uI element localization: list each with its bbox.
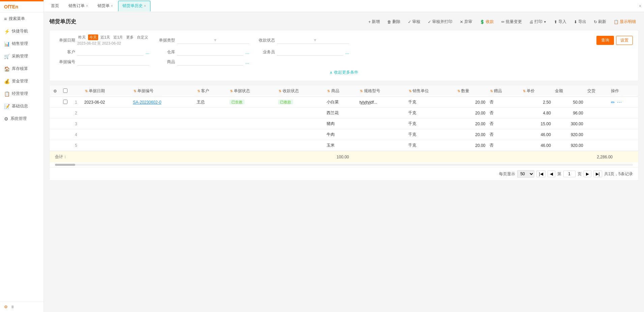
th-qty[interactable]: ⇅ 数量 <box>455 85 487 97</box>
batch-change-button[interactable]: ✏ 批量变更 <box>499 18 525 26</box>
td-check[interactable] <box>60 129 70 140</box>
th-doc-status[interactable]: ⇅ 单据状态 <box>227 85 276 97</box>
th-gift[interactable]: ⇅ 赠品 <box>487 85 520 97</box>
query-button[interactable]: 查询 <box>596 36 614 45</box>
refresh-button[interactable]: ↻ 刷新 <box>591 18 609 26</box>
goods-dots[interactable]: ... <box>245 59 249 65</box>
td-check[interactable] <box>60 140 70 151</box>
table-row: 3 猪肉 千克 20.00 否 15.00 300.00 <box>50 119 638 129</box>
doc-no-input[interactable] <box>77 58 149 66</box>
td-goods: 猪肉 <box>325 119 357 129</box>
goods-input[interactable] <box>177 58 243 66</box>
audit-print-label: 审核并打印 <box>432 19 452 25</box>
export-button[interactable]: ⬇ 导出 <box>571 18 589 26</box>
shortcut-last7[interactable]: 近1天 <box>100 34 111 40</box>
sidebar-item-label: 经营管理 <box>12 91 28 97</box>
shortcut-yesterday[interactable]: 昨天 <box>77 34 87 40</box>
audit-print-button[interactable]: ✓ 审核并打印 <box>425 18 455 26</box>
td-check[interactable] <box>60 119 70 129</box>
edit-icon[interactable]: ✏ <box>611 100 615 105</box>
row-checkbox[interactable] <box>63 100 67 104</box>
td-doc-status <box>227 129 276 140</box>
scrollbar-track[interactable] <box>55 164 633 166</box>
sidebar-item-sys-mgmt[interactable]: ⚙ 系统管理 <box>0 112 44 125</box>
per-page-select[interactable]: 50 100 200 <box>517 170 534 178</box>
collect-status-select[interactable]: ▼ <box>277 37 349 44</box>
warehouse-input[interactable] <box>177 49 243 56</box>
th-doc-no[interactable]: ⇅ 单据编号 <box>131 85 195 97</box>
delete-button[interactable]: 🗑 删除 <box>385 18 403 26</box>
sidebar-item-funds[interactable]: 💰 资金管理 <box>0 75 44 87</box>
tab-sales-history[interactable]: 销货单历史 × <box>118 1 150 11</box>
collapse-button[interactable]: ∧ 收起更多条件 <box>55 68 633 77</box>
sidebar-bottom-icon1[interactable]: ⚙ <box>4 305 8 309</box>
th-check[interactable] <box>60 85 70 97</box>
th-price[interactable]: ⇅ 单价 <box>520 85 553 97</box>
last-page-button[interactable]: ▶| <box>593 171 602 177</box>
tab-sales-goods-close[interactable]: × <box>111 4 113 8</box>
tab-sales-goods[interactable]: 销货单 × <box>93 1 117 11</box>
total-info: 共1页，5条记录 <box>604 171 633 177</box>
th-goods[interactable]: ⇅ 商品 <box>325 85 357 97</box>
th-customer[interactable]: ⇅ 客户 <box>195 85 227 97</box>
shortcut-today[interactable]: 今天 <box>88 34 98 40</box>
ops-icon: 📋 <box>4 91 10 97</box>
more-icon[interactable]: ⋯ <box>617 100 622 105</box>
page-input[interactable] <box>563 171 576 177</box>
audit-icon: ✓ <box>408 20 411 24</box>
staff-dots[interactable]: ... <box>345 50 349 55</box>
th-spec[interactable]: ⇅ 规格型号 <box>357 85 406 97</box>
add-button[interactable]: + 新增 <box>366 18 383 26</box>
customer-dots[interactable]: ... <box>145 50 149 55</box>
audit-button[interactable]: ✓ 审核 <box>405 18 423 26</box>
warehouse-dots[interactable]: ... <box>245 50 249 55</box>
th-doc-date[interactable]: ⇅ 单据日期 <box>82 85 131 97</box>
funds-icon: 💰 <box>4 79 10 84</box>
sidebar-item-ops[interactable]: 📋 经营管理 <box>0 87 44 100</box>
tab-home[interactable]: 首页 <box>47 1 63 11</box>
import-button[interactable]: ⬆ 导入 <box>551 18 569 26</box>
doc-type-select[interactable]: ▼ <box>177 37 249 44</box>
th-config[interactable]: ⚙ <box>50 85 60 97</box>
sidebar-item-sales-mgmt[interactable]: 📊 销售管理 <box>0 37 44 50</box>
print-button[interactable]: 🖨 打印 ▼ <box>527 18 549 26</box>
customer-input[interactable] <box>77 49 143 56</box>
next-page-button[interactable]: ▶ <box>584 171 591 177</box>
td-price: 46.00 <box>520 140 553 151</box>
select-all-checkbox[interactable] <box>63 88 67 93</box>
export-label: 导出 <box>578 19 586 25</box>
sidebar-item-purchase-mgmt[interactable]: 🛒 采购管理 <box>0 50 44 62</box>
staff-input[interactable] <box>277 49 343 56</box>
td-qty: 20.00 <box>455 119 487 129</box>
th-row-no <box>70 85 82 97</box>
scrollbar-thumb[interactable] <box>55 164 75 166</box>
show-detail-button[interactable]: 📋 显示明细 <box>611 18 639 26</box>
collect-button[interactable]: 💲 收款 <box>477 18 497 26</box>
doc-no-link[interactable]: SA-20230602-0 <box>133 100 161 105</box>
tab-sales-order[interactable]: 销售订单 × <box>64 1 92 11</box>
th-unit[interactable]: ⇅ 销售单位 <box>406 85 455 97</box>
th-collect-status[interactable]: ⇅ 收款状态 <box>276 85 325 97</box>
add-icon: + <box>368 20 371 24</box>
shortcut-more[interactable]: 更多 <box>125 34 135 40</box>
sidebar-item-inventory[interactable]: 🏠 库存核算 <box>0 62 44 75</box>
shortcut-last1m[interactable]: 近1月 <box>112 34 124 40</box>
discard-icon: ✕ <box>460 20 463 24</box>
setting-button[interactable]: 设置 <box>616 36 633 45</box>
sidebar-item-quick-nav[interactable]: ⚡ 快捷导航 <box>0 25 44 37</box>
first-page-button[interactable]: |◀ <box>536 171 545 177</box>
window-close-icon[interactable]: × <box>639 4 641 8</box>
td-check[interactable] <box>60 97 70 108</box>
total-amount: 2,286.00 <box>597 155 613 159</box>
th-doc-status-sort-icon: ⇅ <box>230 89 233 93</box>
sidebar-item-search-menu[interactable]: ≡ 搜索菜单 <box>0 12 44 25</box>
prev-page-button[interactable]: ◀ <box>548 171 555 177</box>
tab-sales-order-close[interactable]: × <box>86 4 88 8</box>
sidebar-item-basic-info[interactable]: 📝 基础信息 <box>0 100 44 112</box>
doc-status-badge: 已生效 <box>229 100 245 104</box>
sidebar-bottom-icon2[interactable]: ⏸ <box>10 305 15 309</box>
discard-button[interactable]: ✕ 弃审 <box>457 18 475 26</box>
tab-sales-history-close[interactable]: × <box>144 4 146 8</box>
td-check[interactable] <box>60 108 70 119</box>
shortcut-custom[interactable]: 自定义 <box>136 34 149 40</box>
